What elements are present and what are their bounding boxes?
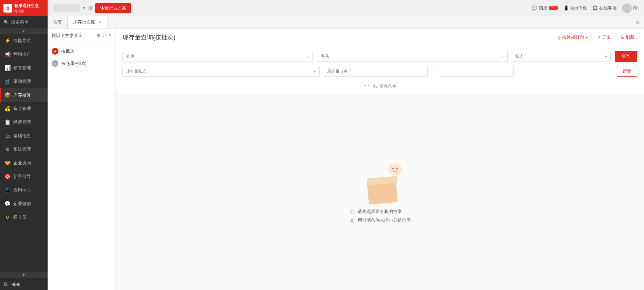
print-button[interactable]: 🖨 按模板打印 ▾ <box>554 33 590 42</box>
topbar-left: ▾ ⚙ 体验行业方案 <box>53 3 528 13</box>
warehouse-dots[interactable]: ··· <box>305 54 309 59</box>
print-dropdown-icon[interactable]: ▾ <box>586 35 588 40</box>
export-button[interactable]: ↗ 导出 <box>594 33 614 42</box>
panel-header-actions: ⊕ ◎ « <box>96 32 111 39</box>
settings-gear-icon[interactable]: ⚙ <box>3 281 8 287</box>
company-name: 畅康通好生意 <box>14 3 39 9</box>
topbar-gear-icon[interactable]: ⚙ <box>88 5 92 11</box>
sidebar-nav: ⚡ 快捷导航 📢 营销推广 📊 销售管理 🛒 采购管理 📦 库存核算 💰 资金管… <box>0 34 48 272</box>
product-input[interactable] <box>331 54 498 59</box>
sidebar-scroll-up[interactable]: ▲ <box>0 28 48 34</box>
experience-industry-button[interactable]: 体验行业方案 <box>95 3 131 13</box>
warehouse-input[interactable] <box>136 54 304 59</box>
empty-hints: 1 请先选择要分析的方案 2 用过滤条件来缩小分析范围 <box>349 209 411 223</box>
page-actions: 🖨 按模板打印 ▾ ↗ 导出 ↻ 刷新 <box>554 33 637 42</box>
search-menu[interactable]: 🔍 搜索菜单 <box>0 16 48 28</box>
stock-qty-max-input[interactable] <box>439 66 514 77</box>
breadcrumb-dropdown-icon[interactable]: ▾ <box>83 5 85 11</box>
user-avatar <box>622 3 632 13</box>
sidebar-item-quick-nav[interactable]: ⚡ 快捷导航 <box>0 34 48 48</box>
sidebar-item-sales[interactable]: 📊 销售管理 <box>0 61 48 75</box>
stock-status-label: 现存量状态 <box>126 69 147 74</box>
sidebar-item-inventory[interactable]: 📦 库存核算 <box>0 88 48 102</box>
app-title-wrap: 畅康通好生意 标准版 <box>14 3 39 14</box>
sidebar-item-newbie[interactable]: 🎯 新手引导 <box>0 170 48 183</box>
enterprise-icon: 🤝 <box>4 160 11 166</box>
add-scheme-icon[interactable]: ⊕ <box>96 32 101 39</box>
sidebar-item-operation[interactable]: 📋 经营管理 <box>0 115 48 129</box>
scheme-item-by-batch[interactable]: ● 按批次 <box>48 45 115 57</box>
query-button[interactable]: 查询 <box>615 51 637 62</box>
svg-point-2 <box>388 163 402 176</box>
system-icon: ⚙ <box>4 146 11 152</box>
collapse-up-icon: ⌃⌃ <box>363 84 370 89</box>
collapse-more-button[interactable]: ⌃⌃ 收起更多条件 <box>122 81 637 89</box>
messages-icon: 💬 <box>532 5 537 11</box>
vip-icon: V <box>4 214 11 220</box>
scheme-by-batch-icon: ● <box>52 48 58 55</box>
print-icon: 🖨 <box>556 35 561 40</box>
warehouse-filter: 仓库 ··· <box>122 51 313 62</box>
tab-home-label: 首页 <box>53 19 62 25</box>
scheme-by-warehouse-batch-label: 按仓库+批次 <box>61 60 86 67</box>
status-dropdown-icon: ▾ <box>605 54 607 59</box>
sidebar-item-system[interactable]: ⚙ 系统管理 <box>0 143 48 156</box>
sidebar-item-basic[interactable]: 🗂 基础信息 <box>0 129 48 143</box>
panel-header: 按以下方案查询 ⊕ ◎ « <box>48 29 115 42</box>
empty-hint-2: 2 用过滤条件来缩小分析范围 <box>349 217 411 223</box>
topbar-right: 💬 消息 99+ 📱 App下载 🎧 在线客服 Rit <box>532 3 639 13</box>
sidebar-item-purchase[interactable]: 🛒 采购管理 <box>0 75 48 88</box>
sidebar-item-enterprise-wx[interactable]: 💬 企业微信 <box>0 197 48 211</box>
quick-nav-icon: ⚡ <box>4 38 11 44</box>
app-download-button[interactable]: 📱 App下载 <box>563 5 587 11</box>
online-service-button[interactable]: 🎧 在线客服 <box>592 5 617 11</box>
sidebar-collapse-icon[interactable]: ◀◀ <box>11 281 19 287</box>
breadcrumb-input[interactable] <box>53 4 80 12</box>
app-logo: b <box>3 4 12 13</box>
purchase-icon: 🛒 <box>4 78 11 85</box>
sidebar-item-finance[interactable]: 💰 资金管理 <box>0 102 48 115</box>
sidebar-item-app-center[interactable]: 📱 应用中心 <box>0 183 48 197</box>
sidebar-scroll-down[interactable]: ▼ <box>0 272 48 278</box>
tab-batch-account[interactable]: 库存批次账 ✕ <box>68 16 108 29</box>
product-dots[interactable]: ··· <box>500 54 504 59</box>
stock-status-dropdown-icon: ▾ <box>314 69 316 74</box>
user-name: Rit <box>633 5 639 11</box>
filter-row-2: 现存量状态 ▾ 现存量（主） — 设置 <box>122 66 637 77</box>
panel-header-label: 按以下方案查询 <box>52 33 83 39</box>
stock-qty-min-input[interactable] <box>353 66 428 77</box>
product-filter: 商品 ··· <box>317 51 507 62</box>
search-icon: 🔍 <box>3 20 9 25</box>
right-panel: 现存量查询(按批次) 🖨 按模板打印 ▾ ↗ 导出 ↻ 刷新 <box>116 29 644 290</box>
scheme-settings-icon[interactable]: ◎ <box>103 32 107 39</box>
app-download-icon: 📱 <box>563 5 569 11</box>
hint-num-1: 1 <box>349 209 355 215</box>
page-title: 现存量查询(按批次) <box>122 33 175 41</box>
sidebar-item-marketing[interactable]: 📢 营销推广 <box>0 48 48 61</box>
tab-home[interactable]: 首页 <box>48 17 68 28</box>
headset-icon: 🎧 <box>592 5 598 11</box>
panel-collapse-icon[interactable]: « <box>109 32 111 39</box>
sidebar-item-vip[interactable]: V 畅会员 <box>0 211 48 224</box>
refresh-icon: ↻ <box>621 35 624 40</box>
user-profile-button[interactable]: Rit <box>622 3 639 13</box>
stock-status-filter[interactable]: 现存量状态 ▾ <box>122 66 320 77</box>
hint-num-2: 2 <box>349 217 355 223</box>
marketing-icon: 📢 <box>4 51 11 57</box>
stock-qty-label: 现存量（主） <box>327 69 352 74</box>
tab-batch-account-close[interactable]: ✕ <box>97 20 102 24</box>
setting-button[interactable]: 设置 <box>617 66 637 77</box>
sidebar-header: b 畅康通好生意 标准版 <box>0 0 48 16</box>
tabbar: 首页 库存批次账 ✕ ✕ <box>48 16 644 29</box>
stock-qty-dash: — <box>430 69 437 74</box>
scheme-by-batch-label: 按批次 <box>61 48 74 54</box>
tabbar-close-button[interactable]: ✕ <box>631 19 644 26</box>
status-filter[interactable]: 状态 ▾ <box>512 51 611 62</box>
messages-button[interactable]: 💬 消息 99+ <box>532 5 558 11</box>
refresh-button[interactable]: ↻ 刷新 <box>618 33 637 42</box>
scheme-item-by-warehouse-batch[interactable]: ○ 按仓库+批次 <box>48 57 115 70</box>
empty-svg <box>359 161 407 205</box>
sidebar-bottom: ⚙ ◀◀ <box>0 278 48 290</box>
filter-area: 仓库 ··· 商品 ··· 状态 ▾ 查询 <box>116 46 644 94</box>
sidebar-item-enterprise[interactable]: 🤝 企业协同 <box>0 156 48 170</box>
